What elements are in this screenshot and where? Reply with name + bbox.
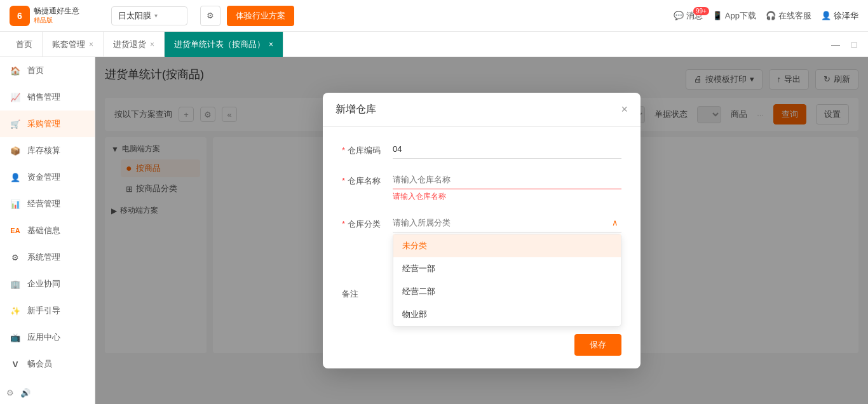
header-right: 💬 消息 99+ 📱 App下载 🎧 在线客服 👤 徐泽华 [674, 10, 858, 22]
maximize-button[interactable]: □ [846, 37, 862, 52]
sidebar-item-system[interactable]: ⚙ 系统管理 [0, 244, 95, 271]
operation-icon: 📊 [10, 198, 21, 210]
form-row-name: 仓库名称 请输入仓库名称 [342, 170, 621, 202]
tab-account[interactable]: 账套管理 × [43, 32, 104, 57]
code-label: 仓库编码 [342, 140, 393, 156]
sidebar-item-operation[interactable]: 📊 经营管理 [0, 191, 95, 217]
tab-purchase-return[interactable]: 进货退货 × [104, 32, 165, 57]
category-label: 仓库分类 [342, 213, 393, 230]
window-controls: — □ [828, 37, 862, 52]
app-name: 畅捷通好生意 [34, 6, 79, 17]
purchase-icon: 🛒 [10, 118, 21, 130]
sidebar-item-guide[interactable]: ✨ 新手引导 [0, 297, 95, 324]
user-profile-button[interactable]: 👤 徐泽华 [821, 10, 858, 22]
name-input-wrap: 请输入仓库名称 [393, 170, 621, 202]
dialog-footer: 保存 [323, 327, 641, 368]
headset-icon: 🎧 [766, 11, 776, 20]
message-badge: 99+ [693, 7, 709, 15]
guide-icon: ✨ [10, 305, 21, 316]
tab-purchase-return-close-icon[interactable]: × [150, 40, 154, 49]
main-layout: 🏠 首页 📈 销售管理 🛒 采购管理 📦 库存核算 👤 资金管理 📊 经营管理 … [0, 57, 868, 404]
gear-icon: ⚙ [207, 11, 214, 20]
sidebar-item-sales[interactable]: 📈 销售管理 [0, 84, 95, 111]
user-name: 徐泽华 [834, 10, 858, 22]
sidebar: 🏠 首页 📈 销售管理 🛒 采购管理 📦 库存核算 👤 资金管理 📊 经营管理 … [0, 57, 95, 404]
dialog-overlay: 新增仓库 × 仓库编码 仓库名称 [95, 57, 868, 404]
home-icon: 🏠 [10, 65, 21, 76]
code-input-wrap [393, 140, 621, 159]
store-name: 日太阳膜 [118, 10, 151, 22]
app-edition: 精品版 [34, 16, 79, 25]
tab-home-label: 首页 [16, 39, 32, 50]
tab-home[interactable]: 首页 [6, 32, 43, 57]
enterprise-icon: 🏢 [10, 278, 21, 290]
mobile-icon: 📱 [712, 11, 722, 20]
dropdown-item-dept1[interactable]: 经营一部 [393, 257, 621, 280]
tab-purchase-return-label: 进货退货 [113, 39, 146, 50]
store-selector[interactable]: 日太阳膜 ▾ [111, 6, 187, 25]
remark-label: 备注 [342, 283, 393, 300]
top-header: 6 畅捷通好生意 精品版 日太阳膜 ▾ ⚙ 体验行业方案 💬 消息 99+ 📱 … [0, 0, 868, 32]
sidebar-item-inventory[interactable]: 📦 库存核算 [0, 137, 95, 164]
logo-area: 6 畅捷通好生意 精品版 [10, 6, 105, 26]
category-expand-icon[interactable]: ∧ [609, 215, 621, 231]
save-button[interactable]: 保存 [574, 334, 621, 356]
tab-purchase-stat-label: 进货单统计表（按商品） [174, 39, 265, 50]
dropdown-item-uncategorized[interactable]: 未分类 [393, 234, 621, 257]
message-button[interactable]: 💬 消息 99+ [674, 10, 703, 22]
name-error-msg: 请输入仓库名称 [393, 191, 621, 202]
tab-account-label: 账套管理 [52, 39, 85, 50]
sidebar-item-basic[interactable]: EA 基础信息 [0, 217, 95, 244]
form-row-code: 仓库编码 [342, 140, 621, 159]
sidebar-item-vip[interactable]: V 畅会员 [0, 351, 95, 377]
category-input[interactable] [393, 213, 609, 232]
app-center-icon: 📺 [10, 332, 21, 343]
header-settings-button[interactable]: ⚙ [200, 6, 220, 26]
dropdown-item-dept2[interactable]: 经营二部 [393, 280, 621, 303]
sidebar-volume-icon[interactable]: 🔊 [20, 388, 31, 398]
sidebar-item-home[interactable]: 🏠 首页 [0, 57, 95, 84]
basic-icon: EA [10, 225, 21, 236]
tab-purchase-stat-close-icon[interactable]: × [269, 40, 273, 49]
sidebar-label-finance: 资金管理 [27, 172, 60, 183]
sidebar-bottom: ⚙ 🔊 [0, 382, 95, 404]
name-label: 仓库名称 [342, 170, 393, 187]
sidebar-label-inventory: 库存核算 [27, 145, 60, 156]
category-input-wrap: ∧ 未分类 经营一部 经营二部 物业部 [393, 213, 621, 232]
sidebar-label-app-center: 应用中心 [27, 332, 60, 343]
code-input[interactable] [393, 140, 621, 159]
sales-icon: 📈 [10, 91, 21, 103]
finance-icon: 👤 [10, 172, 21, 183]
inventory-icon: 📦 [10, 145, 21, 156]
sidebar-item-finance[interactable]: 👤 资金管理 [0, 164, 95, 191]
online-service-label: 在线客服 [778, 10, 811, 22]
tab-bar: 首页 账套管理 × 进货退货 × 进货单统计表（按商品） × — □ [0, 32, 868, 57]
dropdown-item-property[interactable]: 物业部 [393, 303, 621, 326]
trial-button[interactable]: 体验行业方案 [227, 6, 294, 26]
minimize-button[interactable]: — [828, 37, 843, 52]
dialog-body: 仓库编码 仓库名称 请输入仓库名称 [323, 127, 641, 327]
online-service-button[interactable]: 🎧 在线客服 [766, 10, 811, 22]
sidebar-item-enterprise[interactable]: 🏢 企业协同 [0, 271, 95, 297]
sidebar-item-purchase[interactable]: 🛒 采购管理 [0, 111, 95, 137]
sidebar-item-app-center[interactable]: 📺 应用中心 [0, 324, 95, 351]
tab-purchase-stat[interactable]: 进货单统计表（按商品） × [165, 32, 283, 57]
new-warehouse-dialog: 新增仓库 × 仓库编码 仓库名称 [323, 93, 641, 368]
header-middle: ⚙ 体验行业方案 [200, 6, 294, 26]
sidebar-label-system: 系统管理 [27, 252, 60, 263]
avatar-icon: 👤 [821, 11, 831, 20]
store-chevron-icon: ▾ [154, 12, 158, 19]
tab-account-close-icon[interactable]: × [89, 40, 93, 49]
app-download-button[interactable]: 📱 App下载 [712, 10, 756, 22]
sidebar-label-home: 首页 [27, 65, 44, 76]
app-logo-icon: 6 [10, 6, 30, 26]
app-download-label: App下载 [725, 10, 756, 22]
sidebar-settings-icon[interactable]: ⚙ [6, 388, 14, 398]
sidebar-label-vip: 畅会员 [27, 358, 52, 370]
dialog-close-button[interactable]: × [621, 103, 628, 116]
category-field: ∧ [393, 213, 621, 232]
category-dropdown: 未分类 经营一部 经营二部 物业部 [393, 234, 621, 327]
sidebar-label-operation: 经营管理 [27, 198, 60, 210]
vip-icon: V [10, 358, 21, 370]
name-input[interactable] [393, 170, 621, 189]
